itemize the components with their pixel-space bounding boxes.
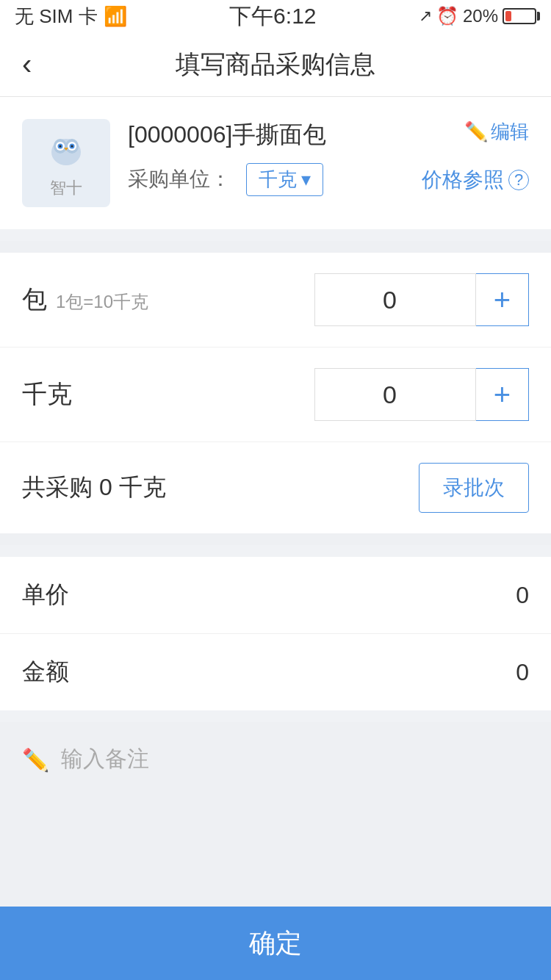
qty-plus-kg[interactable]: + bbox=[476, 368, 529, 421]
battery-icon bbox=[503, 8, 536, 24]
svg-point-8 bbox=[71, 145, 73, 148]
product-id: [0000006] bbox=[128, 121, 232, 148]
status-time: 下午6:12 bbox=[229, 1, 316, 32]
quantity-row-bao: 包 1包=10千克 + bbox=[0, 253, 551, 347]
battery-fill bbox=[505, 11, 511, 21]
qty-input-wrap-kg: + bbox=[314, 368, 529, 421]
no-sim-label: 无 SIM 卡 bbox=[15, 4, 98, 29]
unit-price-row: 单价 0 bbox=[0, 557, 551, 634]
product-header: [0000006]手撕面包 ✏️ 编辑 bbox=[128, 119, 529, 151]
amount-value: 0 bbox=[516, 659, 529, 686]
unit-selector-group: 采购单位： 千克 ▾ bbox=[128, 163, 323, 196]
unit-label: 采购单位： bbox=[128, 167, 231, 190]
nav-bar: ‹ 填写商品采购信息 bbox=[0, 32, 551, 97]
info-section: 单价 0 金额 0 bbox=[0, 557, 551, 710]
help-icon: ? bbox=[508, 170, 529, 190]
product-name: [0000006]手撕面包 bbox=[128, 119, 326, 151]
pencil-icon: ✏️ bbox=[22, 747, 49, 773]
product-image: 智十 bbox=[22, 119, 110, 207]
product-card: 智十 [0000006]手撕面包 ✏️ 编辑 采购单位： 千克 ▾ 价格参照 bbox=[0, 97, 551, 229]
product-logo: 智十 bbox=[44, 127, 88, 199]
page-title: 填写商品采购信息 bbox=[176, 48, 375, 82]
wifi-icon: 📶 bbox=[104, 5, 127, 28]
qty-unit-kg: 千克 bbox=[22, 378, 72, 411]
edit-button[interactable]: ✏️ 编辑 bbox=[464, 119, 529, 145]
battery-percent: 20% bbox=[463, 6, 498, 26]
price-ref-label: 价格参照 bbox=[422, 166, 504, 194]
svg-point-7 bbox=[60, 145, 62, 148]
product-unit-row: 采购单位： 千克 ▾ 价格参照 ? bbox=[128, 163, 529, 196]
quantity-row-kg: 千克 + bbox=[0, 347, 551, 442]
qty-plus-bao[interactable]: + bbox=[476, 273, 529, 326]
unit-select[interactable]: 千克 ▾ bbox=[246, 163, 323, 196]
back-button[interactable]: ‹ bbox=[22, 48, 32, 81]
section-divider-1 bbox=[0, 241, 551, 253]
chevron-down-icon: ▾ bbox=[301, 168, 311, 191]
edit-icon: ✏️ bbox=[464, 120, 488, 143]
total-label: 共采购 0 千克 bbox=[22, 472, 166, 504]
total-row: 共采购 0 千克 录批次 bbox=[0, 442, 551, 533]
product-title: 手撕面包 bbox=[232, 121, 326, 148]
price-reference-button[interactable]: 价格参照 ? bbox=[422, 166, 529, 194]
qty-input-wrap-bao: + bbox=[314, 273, 529, 326]
qty-label-bao: 包 1包=10千克 bbox=[22, 283, 314, 317]
unit-price-value: 0 bbox=[516, 582, 529, 609]
record-batch-button[interactable]: 录批次 bbox=[419, 463, 529, 513]
status-left: 无 SIM 卡 📶 bbox=[15, 4, 127, 29]
unit-value: 千克 bbox=[259, 167, 297, 192]
confirm-button[interactable]: 确定 bbox=[0, 907, 551, 980]
status-right: ↗ ⏰ 20% bbox=[419, 6, 536, 26]
qty-input-bao[interactable] bbox=[314, 273, 476, 326]
amount-row: 金额 0 bbox=[0, 634, 551, 710]
amount-label: 金额 bbox=[22, 656, 69, 688]
section-divider-2 bbox=[0, 533, 551, 545]
qty-label-kg: 千克 bbox=[22, 378, 314, 411]
qty-input-kg[interactable] bbox=[314, 368, 476, 421]
location-icon: ↗ bbox=[419, 7, 432, 26]
qty-unit-bao: 包 bbox=[22, 283, 47, 317]
unit-price-label: 单价 bbox=[22, 579, 69, 611]
logo-text: 智十 bbox=[50, 177, 82, 199]
quantity-section: 包 1包=10千克 + 千克 + bbox=[0, 253, 551, 442]
status-bar: 无 SIM 卡 📶 下午6:12 ↗ ⏰ 20% bbox=[0, 0, 551, 32]
alarm-icon: ⏰ bbox=[436, 6, 458, 26]
qty-sublabel-bao: 1包=10千克 bbox=[56, 290, 148, 314]
notes-placeholder: 输入备注 bbox=[61, 744, 149, 774]
edit-label: 编辑 bbox=[491, 119, 529, 145]
product-info: [0000006]手撕面包 ✏️ 编辑 采购单位： 千克 ▾ 价格参照 ? bbox=[128, 119, 529, 196]
